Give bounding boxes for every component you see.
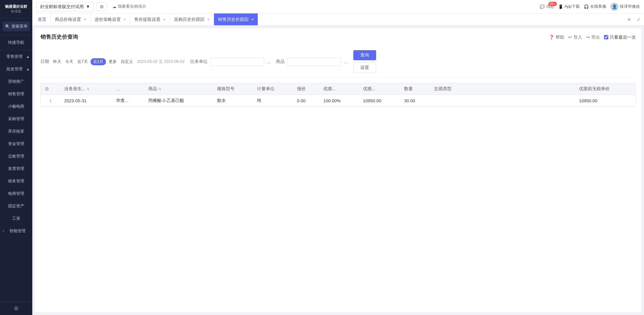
search-menu-button[interactable]: 🔍 搜索菜单: [3, 22, 30, 31]
cell-product: 丙烯酸-2-乙基己酯: [144, 95, 213, 107]
main-area: 好业财标准版交付试用 ▼ ⚙ ☁ 我要看实例演示 💬 消息 99+ 📱 App下…: [32, 0, 644, 315]
th-gear: ⚙: [41, 83, 60, 95]
cell-extra: 华查...: [112, 95, 144, 107]
sidebar-item-invoice[interactable]: 发票管理: [0, 163, 32, 175]
cell-unit: 吨: [253, 95, 293, 107]
th-sort-product[interactable]: 商品 ⇅: [148, 86, 209, 92]
sidebar-nav: 零售管理 ▲ 批发管理 ▲ 营销推广 销售管理 小畅电商 采购管理 库存核算 资…: [0, 50, 32, 302]
th-extra: ...: [112, 83, 144, 95]
sort-icon-product: ⇅: [158, 87, 161, 91]
export-link[interactable]: ↪ 导出: [586, 34, 600, 40]
only-last-checkbox[interactable]: [604, 35, 608, 39]
cell-qty: 30.00: [400, 95, 430, 107]
avatar: 👤: [610, 3, 618, 11]
cell-trade-type: [430, 95, 470, 107]
product-filter-group: 商品 ...: [276, 58, 348, 66]
chevron-down-icon: ▼: [86, 4, 90, 9]
sidebar-item-sales[interactable]: 销售管理: [0, 88, 32, 100]
import-link[interactable]: ↩ 导入: [568, 34, 582, 40]
mobile-icon: 📱: [558, 4, 563, 9]
date-last7-button[interactable]: 近7天: [76, 58, 89, 65]
sidebar-settings-button[interactable]: ⚙: [14, 305, 19, 312]
th-sort-biz-date[interactable]: 业务发生... ⇅: [64, 86, 108, 92]
cell-spacer: [470, 95, 575, 107]
module-settings-button[interactable]: ⚙: [97, 2, 107, 11]
tab-close-sales-history[interactable]: ×: [251, 17, 254, 22]
from-unit-label: 往来单位: [190, 59, 208, 65]
quick-nav-area: 快捷导航: [0, 35, 32, 50]
sidebar-item-tax[interactable]: 税务管理: [0, 175, 32, 187]
sidebar-item-wholesale[interactable]: 批发管理 ▲: [0, 63, 32, 75]
product-ellipsis-button[interactable]: ...: [344, 59, 348, 64]
sidebar-item-payroll[interactable]: 工资: [0, 212, 32, 225]
cell-biz-date: 2023-05-31: [60, 95, 112, 107]
tab-close-product-price[interactable]: ×: [84, 17, 86, 22]
date-filter-buttons: 昨天 今天 近7天 近1月 更多 自定义: [52, 58, 134, 65]
tab-bar: 首页 商品价格设置 × 进价策略设置 × 售价提取设置 × 采购历史价跟踪 × …: [32, 13, 644, 26]
only-last-checkbox-label[interactable]: 只看最后一次: [604, 34, 636, 40]
tab-close-purchase-strategy[interactable]: ×: [123, 17, 126, 22]
from-unit-filter-group: 往来单位 ...: [190, 58, 271, 66]
user-profile-button[interactable]: 👤 徐泽华修改: [610, 3, 640, 11]
messages-button[interactable]: 💬 消息 99+: [540, 4, 554, 9]
data-table-wrapper: ⚙ 业务发生... ⇅ ...: [40, 83, 636, 107]
from-unit-input[interactable]: [210, 58, 264, 66]
tab-purchase-strategy[interactable]: 进价策略设置 ×: [91, 13, 130, 26]
tab-sale-price-extract[interactable]: 售价提取设置 ×: [130, 13, 170, 26]
sidebar-item-smart[interactable]: 智能管理: [0, 225, 32, 237]
sidebar-item-ecommerce-small[interactable]: 小畅电商: [0, 100, 32, 113]
from-unit-ellipsis-button[interactable]: ...: [267, 59, 271, 64]
current-module-name: 好业财标准版交付试用: [40, 4, 84, 10]
sidebar-item-inventory[interactable]: 库存核算: [0, 125, 32, 138]
import-icon: ↩: [568, 35, 572, 40]
date-custom-button[interactable]: 自定义: [119, 58, 134, 65]
filter-action-buttons: 查询 设置: [353, 50, 376, 73]
date-more-button[interactable]: 更多: [107, 58, 118, 65]
date-filter-group: 日期 昨天 今天 近7天 近1月 更多 自定义 2023-05-02 至 202…: [40, 58, 185, 65]
cloud-icon: ☁: [112, 4, 116, 9]
sidebar-item-fixed-assets[interactable]: 固定资产: [0, 200, 32, 212]
sidebar-item-finance[interactable]: 资金管理: [0, 138, 32, 150]
page-header: 销售历史价查询 ❓ 帮助 ↩ 导入 ↪ 导出 只看最后一次: [40, 34, 636, 41]
cell-num: 1: [41, 95, 60, 107]
query-button[interactable]: 查询: [353, 50, 376, 60]
settings-button[interactable]: 设置: [353, 62, 376, 73]
sidebar-item-ecommerce[interactable]: 电商管理: [0, 187, 32, 200]
tab-product-price[interactable]: 商品价格设置 ×: [51, 13, 91, 26]
sidebar-item-marketing[interactable]: 营销推广: [0, 75, 32, 88]
sidebar-item-purchase[interactable]: 采购管理: [0, 113, 32, 125]
app-download-button[interactable]: 📱 App下载: [558, 4, 580, 9]
current-module-selector[interactable]: 好业财标准版交付试用 ▼: [36, 2, 94, 11]
online-service-button[interactable]: 🎧 在线客服: [584, 4, 606, 9]
tab-close-purchase-history[interactable]: ×: [207, 17, 210, 22]
tab-sales-history[interactable]: 销售历史价跟踪 ×: [214, 13, 258, 26]
tab-close-sale-price-extract[interactable]: ×: [163, 17, 166, 22]
app-name: 畅捷通好业财: [5, 4, 27, 9]
maximize-window-button[interactable]: ⤢: [635, 16, 643, 23]
tab-purchase-history[interactable]: 采购历史价跟踪 ×: [170, 13, 214, 26]
sidebar-item-general-ledger[interactable]: 总账管理: [0, 150, 32, 163]
th-spacer: [470, 83, 575, 95]
date-yesterday-button[interactable]: 昨天: [52, 58, 63, 65]
date-today-button[interactable]: 今天: [64, 58, 75, 65]
sort-icon-biz-date: ⇅: [87, 87, 90, 91]
product-input[interactable]: [287, 58, 341, 66]
gear-icon: ⚙: [14, 306, 19, 311]
table-gear-icon[interactable]: ⚙: [45, 86, 49, 92]
sidebar-item-retail[interactable]: 零售管理 ▲: [0, 50, 32, 63]
top-header: 好业财标准版交付试用 ▼ ⚙ ☁ 我要看实例演示 💬 消息 99+ 📱 App下…: [32, 0, 644, 13]
quick-nav-button[interactable]: 快捷导航: [3, 38, 30, 47]
date-last1m-button[interactable]: 近1月: [91, 58, 106, 65]
help-icon: ❓: [549, 35, 554, 40]
tab-home[interactable]: 首页: [34, 13, 51, 26]
data-table: ⚙ 业务发生... ⇅ ...: [41, 83, 636, 107]
gear-icon: ⚙: [100, 4, 104, 9]
close-window-button[interactable]: ✕: [625, 16, 633, 23]
headset-icon: 🎧: [584, 4, 589, 9]
demo-button[interactable]: ☁ 我要看实例演示: [110, 2, 149, 11]
sidebar-footer: ⚙: [0, 302, 32, 315]
message-icon: 💬: [540, 4, 545, 9]
help-link[interactable]: ❓ 帮助: [549, 34, 564, 40]
sidebar-search-area: 🔍 搜索菜单: [0, 18, 32, 35]
th-pretax-price: 优惠前无税单价: [575, 83, 636, 95]
